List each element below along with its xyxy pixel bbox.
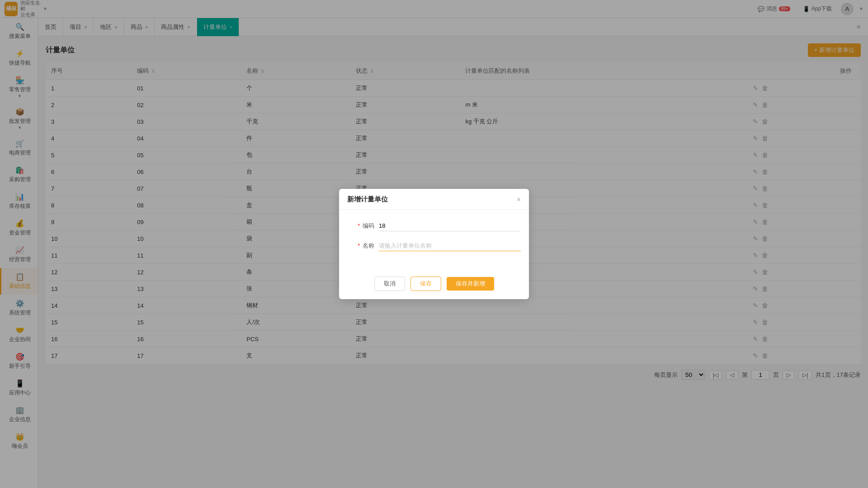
modal-name-input[interactable]: [379, 240, 521, 251]
modal-footer: 取消 保存 保存并新增: [339, 271, 529, 299]
modal-body: * 编码 * 名称: [339, 210, 529, 271]
form-code-label: * 编码: [347, 222, 374, 230]
modal-code-input[interactable]: [379, 221, 521, 231]
form-row-name: * 名称: [347, 240, 521, 251]
required-star-name: *: [358, 242, 360, 249]
modal-close-button[interactable]: ×: [517, 196, 521, 204]
add-unit-modal: 新增计量单位 × * 编码 * 名称 取消 保存 保存并新增: [339, 189, 529, 299]
modal-title: 新增计量单位: [347, 195, 388, 204]
modal-overlay: 新增计量单位 × * 编码 * 名称 取消 保存 保存并新增: [0, 0, 868, 488]
cancel-button[interactable]: 取消: [374, 277, 405, 291]
form-name-label: * 名称: [347, 242, 374, 250]
save-button[interactable]: 保存: [410, 277, 441, 291]
required-star-code: *: [358, 222, 360, 229]
save-and-new-button[interactable]: 保存并新增: [447, 277, 494, 291]
modal-header: 新增计量单位 ×: [339, 189, 529, 210]
form-row-code: * 编码: [347, 221, 521, 231]
